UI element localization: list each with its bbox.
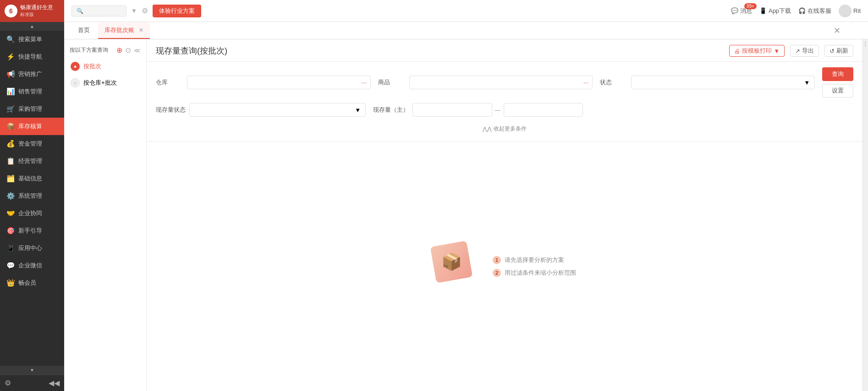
sidebar-item-app-center[interactable]: 📱 应用中心 (0, 239, 64, 257)
add-filter-icon[interactable]: ⊕ (116, 46, 122, 54)
purchase-icon: 🛒 (6, 105, 15, 113)
warehouse-more-icon[interactable]: ··· (361, 79, 367, 86)
topbar: 🔍 ▼ ⚙ 体验行业方案 💬 消息 99+ 📱 App下载 🎧 在线客服 (64, 0, 868, 22)
sidebar-app-center-label: 应用中心 (18, 244, 42, 252)
message-icon: 💬 (731, 7, 738, 14)
filter-panel-icons: ⊕ ⊙ ≪ (116, 46, 141, 54)
try-industry-btn[interactable]: 体验行业方案 (153, 5, 201, 17)
dropdown-arrow-icon[interactable]: ▼ (131, 7, 137, 14)
query-btn[interactable]: 查询 (822, 67, 853, 81)
filter-settings-icon[interactable]: ⊙ (125, 46, 131, 54)
filter-warehouse-batch-label: 按仓库+批次 (83, 79, 117, 87)
export-btn[interactable]: ↗ 导出 (790, 45, 819, 57)
settings-btn[interactable]: 设置 (822, 84, 853, 98)
sidebar-item-newbie[interactable]: 🎯 新手引导 (0, 222, 64, 239)
empty-tips: 1 请先选择要分析的方案 2 用过滤条件来缩小分析范围 (493, 256, 576, 277)
sidebar-enterprise-label: 企业协同 (18, 209, 42, 217)
collapse-label: 收起更多条件 (494, 125, 527, 133)
filter-panel-title: 按以下方案查询 (70, 46, 108, 54)
topbar-search-icon: 🔍 (77, 8, 83, 14)
status-dropdown[interactable]: ▼ (631, 76, 815, 89)
sidebar-item-quick-nav[interactable]: ⚡ 快捷导航 (0, 48, 64, 65)
messages-btn[interactable]: 💬 消息 99+ (731, 7, 752, 15)
sidebar-item-search[interactable]: 🔍 搜索菜单 (0, 31, 64, 48)
product-input[interactable]: ··· (409, 76, 593, 89)
app-logo: 6 (5, 5, 17, 17)
filter-option-batch[interactable]: ● 按批次 (64, 58, 146, 75)
sidebar-item-purchase[interactable]: 🛒 采购管理 (0, 100, 64, 118)
empty-tip-2: 2 用过滤条件来缩小分析范围 (493, 269, 576, 277)
print-btn[interactable]: 🖨 按模板打印 ▼ (729, 45, 785, 57)
sidebar-item-basics[interactable]: 🗂️ 基础信息 (0, 170, 64, 187)
sidebar-item-inventory[interactable]: 📦 库存核算 (0, 118, 64, 135)
print-icon: 🖨 (734, 48, 740, 54)
filter-option-warehouse-batch[interactable]: ○ 按仓库+批次 (64, 75, 146, 91)
sidebar-header: 6 畅康通好生意 标准版 (0, 0, 64, 22)
sidebar-item-marketing[interactable]: 📢 营销推广 (0, 65, 64, 83)
right-scrollbar[interactable]: │ (863, 39, 868, 391)
settings-icon[interactable]: ⚙ (5, 379, 11, 387)
inventory-icon: 📦 (6, 122, 15, 130)
tip-1-text: 请先选择要分析的方案 (505, 256, 564, 264)
export-label: 导出 (802, 47, 814, 55)
topbar-right: 💬 消息 99+ 📱 App下载 🎧 在线客服 Rit (731, 5, 861, 17)
sidebar-finance-label: 资金管理 (18, 140, 42, 148)
warehouse-label: 仓库 (156, 78, 183, 87)
tab-batch-account[interactable]: 库存批次账 ✕ (98, 22, 150, 39)
app-download-btn[interactable]: 📱 App下载 (759, 7, 791, 15)
sidebar-footer: ⚙ ◀◀ (0, 375, 64, 391)
app-center-icon: 📱 (6, 244, 15, 252)
scroll-up-arrow[interactable]: ▲ (0, 22, 64, 31)
empty-box-icon (430, 240, 473, 283)
page-header-actions: 🖨 按模板打印 ▼ ↗ 导出 ↺ 刷新 (729, 45, 853, 57)
export-icon: ↗ (795, 48, 800, 54)
sidebar: 6 畅康通好生意 标准版 ▲ 🔍 搜索菜单 ⚡ 快捷导航 📢 营销推广 📊 销售… (0, 0, 64, 391)
member-icon: 👑 (6, 279, 15, 287)
scroll-down-arrow[interactable]: ▼ (0, 366, 64, 375)
headset-icon: 🎧 (798, 7, 806, 14)
tab-home[interactable]: 首页 (71, 22, 96, 39)
page-header: 现存量查询(按批次) 🖨 按模板打印 ▼ ↗ 导出 ↺ (147, 39, 863, 62)
tab-close-btn[interactable]: ✕ (139, 27, 143, 33)
finance-icon: 💰 (6, 140, 15, 148)
refresh-btn[interactable]: ↺ 刷新 (824, 45, 853, 57)
user-profile-btn[interactable]: Rit (839, 5, 861, 17)
filter-row-2: 现存量状态 ▼ 现存量（主） — (156, 103, 853, 117)
app-download-label: App下载 (769, 7, 791, 15)
close-panel-btn[interactable]: ✕ (834, 26, 841, 36)
inventory-qty-from[interactable] (412, 103, 492, 117)
print-dropdown-icon[interactable]: ▼ (774, 48, 780, 54)
warehouse-input[interactable]: ··· (187, 76, 371, 89)
inventory-qty-to[interactable] (504, 103, 583, 117)
settings-gear-icon[interactable]: ⚙ (142, 6, 148, 15)
marketing-icon: 📢 (6, 70, 15, 78)
app-edition: 标准版 (20, 11, 53, 18)
action-buttons: 查询 设置 (822, 67, 853, 98)
collapse-more-btn[interactable]: ⋀⋀ 收起更多条件 (156, 122, 853, 136)
sidebar-item-enterprise[interactable]: 🤝 企业协同 (0, 205, 64, 222)
filter-row-1: 仓库 ··· 商品 ··· 状态 (156, 67, 853, 98)
sidebar-item-operations[interactable]: 📋 经营管理 (0, 152, 64, 170)
sidebar-item-sales[interactable]: 📊 销售管理 (0, 83, 64, 100)
sidebar-item-member[interactable]: 👑 畅会员 (0, 274, 64, 292)
collapse-up-icon: ⋀⋀ (483, 126, 492, 132)
status-dropdown-icon: ▼ (804, 79, 810, 86)
tabs-bar: 首页 库存批次账 ✕ ✕ (64, 22, 868, 39)
sidebar-item-system[interactable]: ⚙️ 系统管理 (0, 187, 64, 205)
filter-collapse-icon[interactable]: ≪ (134, 47, 141, 54)
online-service-btn[interactable]: 🎧 在线客服 (798, 7, 831, 15)
sidebar-item-wechat[interactable]: 💬 企业微信 (0, 257, 64, 274)
quick-nav-icon: ⚡ (6, 53, 15, 61)
inventory-status-label: 现存量状态 (156, 106, 186, 114)
topbar-search-box[interactable]: 🔍 (71, 5, 126, 16)
sidebar-item-finance[interactable]: 💰 资金管理 (0, 135, 64, 152)
phone-icon: 📱 (759, 7, 767, 14)
inventory-status-dropdown[interactable]: ▼ (189, 103, 366, 117)
scrollbar-thumb[interactable]: │ (862, 39, 868, 48)
product-more-icon[interactable]: ··· (583, 79, 589, 86)
range-dash: — (495, 107, 501, 114)
collapse-sidebar-icon[interactable]: ◀◀ (49, 379, 60, 387)
filter-batch-label: 按批次 (83, 62, 101, 71)
sidebar-system-label: 系统管理 (18, 192, 42, 200)
print-label: 按模板打印 (742, 47, 772, 55)
